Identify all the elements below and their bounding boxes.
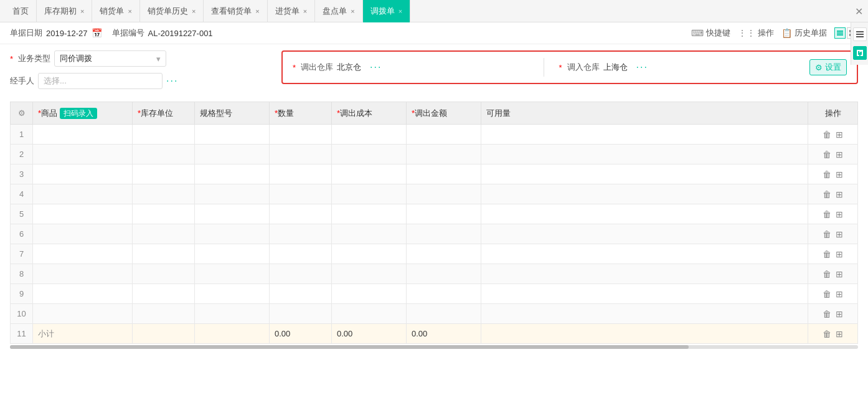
row-amount-10[interactable] [407,304,481,324]
copy-row-icon-9[interactable]: ⊞ [836,289,843,299]
row-spec-8[interactable] [195,264,270,284]
shortcut-button[interactable]: ⌨ 快捷键 [691,27,730,39]
copy-row-icon-3[interactable]: ⊞ [836,169,843,179]
delete-row-icon-1[interactable]: 🗑 [823,130,831,140]
row-quantity-8[interactable] [270,264,332,284]
copy-row-icon-8[interactable]: ⊞ [836,269,843,279]
delete-row-icon-3[interactable]: 🗑 [823,169,831,179]
row-goods-7[interactable] [33,244,133,264]
row-quantity-4[interactable] [270,184,332,204]
row-cost-5[interactable] [332,204,407,224]
row-goods-8[interactable] [33,264,133,284]
warehouse-out-more-button[interactable]: ··· [370,62,382,73]
row-spec-10[interactable] [195,304,270,324]
row-amount-2[interactable] [407,145,481,164]
tab-view-sales[interactable]: 查看销货单 × [204,0,267,22]
row-amount-8[interactable] [407,264,481,284]
handler-more-button[interactable]: ··· [166,75,178,87]
row-spec-5[interactable] [195,204,270,224]
row-cost-6[interactable] [332,224,407,244]
row-amount-5[interactable] [407,204,481,224]
row-cost-8[interactable] [332,264,407,284]
copy-row-icon-2[interactable]: ⊞ [836,150,843,159]
row-cost-9[interactable] [332,284,407,304]
row-quantity-3[interactable] [270,164,332,184]
table-gear-icon[interactable]: ⚙ [18,108,26,118]
scrollbar-thumb[interactable] [10,345,689,349]
row-unit-7[interactable] [133,244,195,264]
row-goods-2[interactable] [33,145,133,164]
row-quantity-2[interactable] [270,145,332,164]
tab-inventory[interactable]: 盘点单 × [315,0,362,22]
row-amount-7[interactable] [407,244,481,264]
row-amount-1[interactable] [407,125,481,145]
copy-row-icon-7[interactable]: ⊞ [836,249,843,259]
delete-row-icon-5[interactable]: 🗑 [823,209,831,219]
tab-close-transfer[interactable]: × [399,7,402,15]
row-quantity-5[interactable] [270,204,332,224]
scan-button[interactable]: 扫码录入 [60,108,97,119]
layout-list-icon[interactable] [834,27,846,39]
row-spec-4[interactable] [195,184,270,204]
copy-icon[interactable]: ⊞ [836,329,843,339]
row-unit-4[interactable] [133,184,195,204]
copy-row-icon-10[interactable]: ⊞ [836,309,843,319]
row-unit-1[interactable] [133,125,195,145]
tab-close-sales[interactable]: × [128,7,131,15]
business-type-select[interactable]: 同价调拨 ▾ [54,50,166,67]
tab-close-inventory[interactable]: × [351,7,354,15]
row-cost-3[interactable] [332,164,407,184]
row-cost-1[interactable] [332,125,407,145]
sidebar-export-icon[interactable] [853,46,867,60]
delete-row-icon-9[interactable]: 🗑 [823,289,831,299]
settings-button[interactable]: ⚙ 设置 [809,59,847,75]
handler-select[interactable]: 选择... [38,73,163,89]
row-unit-2[interactable] [133,145,195,164]
row-cost-10[interactable] [332,304,407,324]
row-spec-1[interactable] [195,125,270,145]
delete-icon[interactable]: 🗑 [823,329,831,339]
row-quantity-1[interactable] [270,125,332,145]
tab-purchase[interactable]: 进货单 × [268,0,315,22]
delete-row-icon-8[interactable]: 🗑 [823,269,831,279]
row-amount-4[interactable] [407,184,481,204]
delete-row-icon-10[interactable]: 🗑 [823,309,831,319]
row-amount-3[interactable] [407,164,481,184]
row-spec-6[interactable] [195,224,270,244]
row-amount-6[interactable] [407,224,481,244]
row-unit-8[interactable] [133,264,195,284]
row-spec-9[interactable] [195,284,270,304]
sidebar-list-icon[interactable] [853,27,867,41]
copy-row-icon-6[interactable]: ⊞ [836,229,843,239]
delete-row-icon-7[interactable]: 🗑 [823,249,831,259]
row-spec-7[interactable] [195,244,270,264]
row-goods-9[interactable] [33,284,133,304]
row-spec-3[interactable] [195,164,270,184]
tab-inventory-init[interactable]: 库存期初 × [37,0,92,22]
operation-button[interactable]: ⋮⋮ 操作 [738,27,774,39]
tab-sales[interactable]: 销货单 × [92,0,139,22]
row-goods-3[interactable] [33,164,133,184]
row-quantity-9[interactable] [270,284,332,304]
tab-close-purchase[interactable]: × [303,7,307,15]
warehouse-in-more-button[interactable]: ··· [636,62,648,73]
row-unit-10[interactable] [133,304,195,324]
window-close-button[interactable]: ✕ [855,5,863,17]
history-button[interactable]: 📋 历史单据 [781,27,827,39]
row-goods-4[interactable] [33,184,133,204]
tab-home[interactable]: 首页 [5,0,37,22]
row-unit-9[interactable] [133,284,195,304]
calendar-icon[interactable]: 📅 [92,28,102,38]
row-quantity-10[interactable] [270,304,332,324]
row-quantity-6[interactable] [270,224,332,244]
row-goods-1[interactable] [33,125,133,145]
row-unit-6[interactable] [133,224,195,244]
row-goods-6[interactable] [33,224,133,244]
row-amount-9[interactable] [407,284,481,304]
copy-row-icon-4[interactable]: ⊞ [836,189,843,199]
copy-row-icon-1[interactable]: ⊞ [836,130,843,140]
scrollbar-track[interactable] [10,345,858,349]
delete-row-icon-6[interactable]: 🗑 [823,229,831,239]
row-goods-5[interactable] [33,204,133,224]
delete-row-icon-4[interactable]: 🗑 [823,189,831,199]
